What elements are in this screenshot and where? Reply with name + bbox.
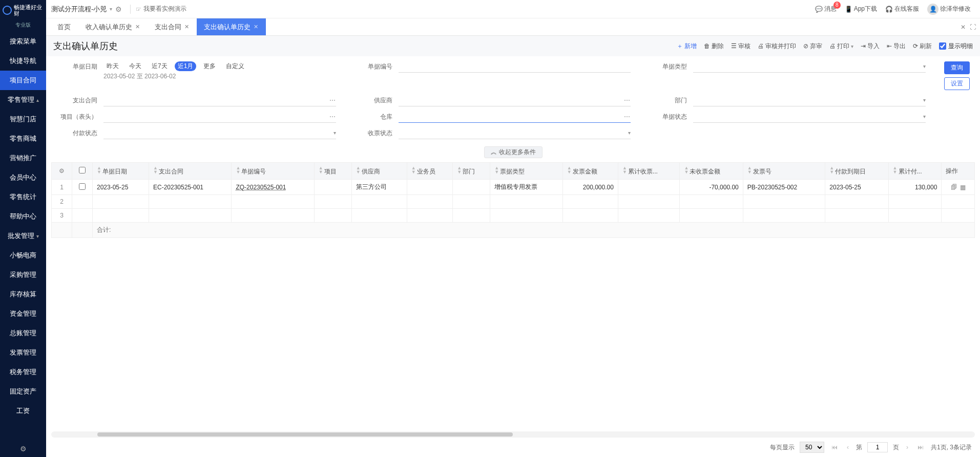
expand-icon[interactable]: ⛶ — [970, 24, 976, 31]
sidebar-item[interactable]: 项目合同 — [0, 71, 46, 90]
sidebar-item[interactable]: 采购管理 — [0, 265, 46, 285]
sidebar-item[interactable]: 营销推广 — [0, 148, 46, 168]
sort-icon[interactable]: ▲▼ — [893, 166, 898, 174]
tab[interactable]: 支出确认单历史✕ — [197, 18, 266, 35]
view-icon[interactable]: 🗐 — [951, 184, 957, 191]
column-header[interactable]: ▲▼票据类型 — [490, 163, 563, 180]
column-header[interactable]: ▲▼单据编号 — [232, 163, 314, 180]
more-icon[interactable]: ⋯ — [329, 97, 336, 104]
close-icon[interactable]: ✕ — [184, 24, 189, 30]
demo-link[interactable]: ☞ 我要看实例演示 — [136, 5, 186, 13]
user-menu[interactable]: 👤 徐泽华修改 — [927, 4, 971, 15]
add-button[interactable]: ＋新增 — [677, 42, 697, 51]
column-header[interactable]: ▲▼发票金额 — [562, 163, 618, 180]
prev-page-button[interactable]: ‹ — [845, 444, 851, 451]
import-button[interactable]: ⇥导入 — [861, 42, 880, 51]
sidebar-item[interactable]: 工资 — [0, 401, 46, 421]
sort-icon[interactable]: ▲▼ — [622, 166, 627, 174]
sidebar-item[interactable]: 税务管理 — [0, 362, 46, 382]
filter-status-select[interactable]: ▾ — [693, 112, 926, 123]
refresh-button[interactable]: ⟳刷新 — [913, 42, 932, 51]
sidebar-item[interactable]: 零售管理▴ — [0, 90, 46, 110]
row-checkbox[interactable] — [72, 195, 93, 209]
column-header[interactable]: ▲▼部门 — [453, 163, 490, 180]
filter-type-select[interactable]: ▾ — [693, 61, 926, 73]
filter-code-input[interactable] — [399, 61, 631, 73]
column-header[interactable]: ▲▼供应商 — [351, 163, 407, 180]
table-row[interactable]: 12023-05-25EC-20230525-001ZQ-20230525-00… — [52, 180, 975, 195]
column-header[interactable]: ▲▼累计付... — [888, 163, 942, 180]
first-page-button[interactable]: ⏮ — [829, 444, 840, 451]
query-button[interactable]: 查询 — [944, 61, 970, 74]
tab[interactable]: 支出合同✕ — [148, 18, 197, 35]
sort-icon[interactable]: ▲▼ — [319, 166, 323, 174]
discard-button[interactable]: ⊘弃审 — [803, 42, 822, 51]
table-settings-button[interactable]: ⚙ — [52, 163, 72, 180]
date-chip[interactable]: 今天 — [126, 61, 144, 71]
date-chip[interactable]: 近1月 — [175, 61, 197, 71]
delete-button[interactable]: 🗑删除 — [704, 42, 724, 51]
sort-icon[interactable]: ▲▼ — [494, 166, 499, 174]
close-icon[interactable]: ✕ — [135, 24, 140, 30]
online-service-button[interactable]: 🎧 在线客服 — [885, 5, 919, 13]
filter-project-input[interactable]: ⋯ — [103, 112, 336, 123]
sidebar-item[interactable]: 总账管理 — [0, 323, 46, 343]
more-icon[interactable]: ⋯ — [329, 113, 336, 120]
filter-pay-select[interactable]: ▾ — [103, 128, 336, 139]
sort-icon[interactable]: ▲▼ — [684, 166, 689, 174]
filter-receipt-select[interactable]: ▾ — [399, 128, 631, 139]
more-icon[interactable]: ⋯ — [624, 97, 631, 104]
print-button[interactable]: 🖨打印▾ — [829, 42, 853, 51]
filter-supplier-input[interactable]: ⋯ — [399, 95, 631, 106]
column-header[interactable]: ▲▼业务员 — [407, 163, 453, 180]
settings-button[interactable]: 设置 — [944, 77, 970, 90]
sort-icon[interactable]: ▲▼ — [829, 166, 834, 174]
review-print-button[interactable]: 🖨审核并打印 — [758, 42, 796, 51]
messages-button[interactable]: 💬 消息 8 — [815, 5, 837, 13]
select-all-checkbox[interactable] — [72, 163, 93, 180]
close-icon[interactable]: ✕ — [961, 24, 966, 31]
sort-icon[interactable]: ▲▼ — [411, 166, 416, 174]
column-header[interactable]: 操作 — [942, 163, 975, 180]
sidebar-item[interactable]: 帮助中心 — [0, 207, 46, 226]
row-checkbox[interactable] — [72, 180, 93, 195]
chevron-down-icon[interactable]: ▾ — [110, 6, 112, 12]
sidebar-item[interactable]: 快捷导航 — [0, 51, 46, 71]
column-header[interactable]: ▲▼累计收票... — [618, 163, 680, 180]
sidebar-item[interactable]: 智慧门店 — [0, 110, 46, 129]
tab[interactable]: 首页 — [50, 18, 78, 35]
last-page-button[interactable]: ⏭ — [915, 444, 926, 451]
sidebar-item[interactable]: 搜索菜单 — [0, 32, 46, 51]
gear-icon[interactable]: ⚙ — [20, 445, 27, 453]
sort-icon[interactable]: ▲▼ — [153, 166, 158, 174]
app-download-button[interactable]: 📱 App下载 — [845, 5, 877, 13]
column-header[interactable]: ▲▼发票号 — [743, 163, 825, 180]
sort-icon[interactable]: ▲▼ — [356, 166, 361, 174]
sidebar-item[interactable]: 固定资产 — [0, 382, 46, 401]
filter-dept-select[interactable]: ▾ — [693, 95, 926, 106]
sidebar-item[interactable]: 小畅电商 — [0, 246, 46, 265]
sidebar-item[interactable]: 资金管理 — [0, 304, 46, 323]
horizontal-scrollbar[interactable] — [51, 431, 975, 438]
export-button[interactable]: ⇤导出 — [887, 42, 906, 51]
per-page-select[interactable]: 50 — [800, 442, 824, 453]
org-selector[interactable]: 测试分开流程-小兕 — [51, 5, 107, 14]
column-header[interactable]: ▲▼付款到期日 — [825, 163, 888, 180]
collapse-filters-button[interactable]: ︽ 收起更多条件 — [484, 146, 543, 158]
show-detail-toggle[interactable]: 显示明细 — [939, 42, 973, 51]
filter-contract-input[interactable]: ⋯ — [103, 95, 336, 106]
sort-icon[interactable]: ▲▼ — [457, 166, 462, 174]
row-checkbox[interactable] — [72, 209, 93, 223]
scrollbar-thumb[interactable] — [97, 432, 513, 437]
column-header[interactable]: ▲▼单据日期 — [93, 163, 149, 180]
sidebar-item[interactable]: 发票管理 — [0, 343, 46, 362]
table-row[interactable]: 2 — [52, 195, 975, 209]
date-chip[interactable]: 近7天 — [149, 61, 171, 71]
sidebar-item[interactable]: 会员中心 — [0, 168, 46, 187]
sidebar-item[interactable]: 批发管理▾ — [0, 226, 46, 246]
column-header[interactable]: ▲▼未收票金额 — [680, 163, 743, 180]
qr-icon[interactable]: ▦ — [960, 184, 966, 191]
sort-icon[interactable]: ▲▼ — [97, 166, 101, 174]
tab[interactable]: 收入确认单历史✕ — [78, 18, 148, 35]
next-page-button[interactable]: › — [904, 444, 910, 451]
